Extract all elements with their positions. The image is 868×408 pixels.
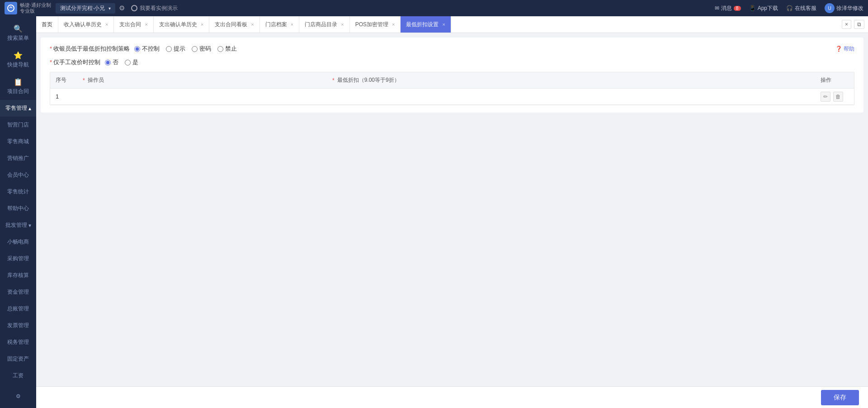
sidebar-item-inventory[interactable]: 库存核算: [0, 267, 36, 284]
online-service-button[interactable]: 🎧 在线客服: [786, 5, 816, 12]
tab-payment-contract[interactable]: 支出合同 ×: [114, 16, 153, 33]
sidebar-item-contract[interactable]: 📋 项目合同: [0, 73, 36, 100]
delete-icon[interactable]: 🗑: [833, 92, 843, 102]
tab-close-pos-passwd[interactable]: ×: [392, 22, 395, 27]
settings-icon[interactable]: ⚙: [119, 4, 125, 12]
option-remind[interactable]: 提示: [166, 45, 185, 53]
col-seq: 序号: [50, 76, 77, 84]
save-button[interactable]: 保存: [821, 390, 859, 405]
manual-option-no[interactable]: 否: [105, 58, 118, 66]
required-star-2: *: [50, 59, 52, 66]
avatar: U: [825, 3, 835, 13]
page-content: *收银员低于最低折扣控制策略 不控制 提示 密码: [36, 33, 868, 386]
top-bar: 畅捷·通好业制 专业版 测试分开完程·小兄 ▾ ⚙ 我要看实例演示 ✉ 消息 8…: [0, 0, 868, 16]
discount-table: 序号 * 操作员 * 最低折扣（9.00等于9折） 操作: [50, 72, 854, 105]
sidebar-item-quick-nav[interactable]: ⭐ 快捷导航: [0, 47, 36, 73]
app-download-button[interactable]: 📱 App下载: [749, 5, 778, 12]
sidebar-item-marketing[interactable]: 营销推广: [0, 150, 36, 167]
sidebar-item-wholesale[interactable]: 批发管理 ▾: [0, 217, 36, 234]
col-operator: * 操作员: [77, 76, 327, 84]
user-profile[interactable]: U 徐泽华修改: [825, 3, 863, 13]
manual-option-yes[interactable]: 是: [125, 58, 138, 66]
edit-icon[interactable]: ✏: [821, 92, 830, 102]
sidebar-item-payroll[interactable]: 工资: [0, 367, 36, 384]
col-discount: * 最低折扣（9.00等于9折）: [327, 76, 815, 84]
sidebar-item-retail-mgmt[interactable]: 零售管理 ▴: [0, 100, 36, 117]
manual-control-label: *仅手工改价时控制: [50, 58, 100, 66]
tab-payment-confirm[interactable]: 支出确认单历史 ×: [154, 16, 209, 33]
main-layout: 🔍 搜索菜单 ⭐ 快捷导航 📋 项目合同 零售管理 ▴ 智营门店 零售商城 营销…: [0, 16, 868, 408]
tab-bar-wrapper: 首页 收入确认单历史 × 支出合同 × 支出确认单历史 × 支出合同看板 ×: [36, 16, 868, 33]
table-row: 1 ✏ 🗑: [50, 89, 854, 105]
tab-restore-button[interactable]: ⧉: [854, 20, 864, 29]
manual-control-options: 否 是: [105, 58, 138, 66]
help-icon: ❓: [835, 46, 842, 52]
chevron-up-icon: ▴: [28, 105, 31, 112]
tab-payment-board[interactable]: 支出合同看板 ×: [209, 16, 259, 33]
tab-close-min-discount[interactable]: ×: [442, 22, 445, 27]
table-header: 序号 * 操作员 * 最低折扣（9.00等于9折） 操作: [50, 72, 854, 89]
bottom-bar: 保存: [36, 386, 868, 408]
svg-point-0: [8, 5, 14, 11]
sidebar: 🔍 搜索菜单 ⭐ 快捷导航 📋 项目合同 零售管理 ▴ 智营门店 零售商城 营销…: [0, 16, 36, 408]
tab-close-store-catalog[interactable]: ×: [341, 22, 344, 27]
tab-close-payment-board[interactable]: ×: [251, 22, 254, 27]
option-password[interactable]: 密码: [192, 45, 211, 53]
message-icon: ✉: [715, 5, 719, 11]
logo-icon: [5, 2, 17, 14]
tab-store-archive[interactable]: 门店档案 ×: [260, 16, 299, 33]
tab-store-catalog[interactable]: 门店商品目录 ×: [299, 16, 349, 33]
chevron-down-icon: ▾: [108, 6, 111, 11]
sidebar-item-fixed-assets[interactable]: 固定资产: [0, 351, 36, 367]
tab-bar-actions: × ⧉: [838, 20, 868, 29]
sidebar-item-smart-shop[interactable]: 智营门店: [0, 117, 36, 133]
sidebar-bottom: ⚙: [14, 384, 23, 408]
sidebar-item-fund[interactable]: 资金管理: [0, 284, 36, 300]
project-selector[interactable]: 测试分开完程·小兄 ▾: [56, 3, 115, 14]
top-bar-right: ✉ 消息 8 📱 App下载 🎧 在线客服 U 徐泽华修改: [715, 3, 863, 13]
sidebar-item-search[interactable]: 🔍 搜索菜单: [0, 20, 36, 47]
message-button[interactable]: ✉ 消息 8: [715, 5, 741, 12]
tab-close-income-confirm[interactable]: ×: [105, 22, 108, 27]
chevron-down-icon: ▾: [28, 222, 31, 229]
help-button[interactable]: ❓ 帮助: [835, 45, 854, 53]
content-area: 首页 收入确认单历史 × 支出合同 × 支出确认单历史 × 支出合同看板 ×: [36, 16, 868, 408]
logo-text: 畅捷·通好业制 专业版: [20, 2, 51, 14]
col-action: 操作: [815, 76, 851, 84]
message-badge: 8: [734, 6, 741, 11]
settings-card: *收银员低于最低折扣控制策略 不控制 提示 密码: [41, 38, 863, 113]
sidebar-item-retail-stats[interactable]: 零售统计: [0, 183, 36, 200]
sidebar-item-ecommerce[interactable]: 小畅电商: [0, 234, 36, 250]
clipboard-icon: 📋: [14, 78, 23, 86]
control-strategy-label: *收银员低于最低折扣控制策略: [50, 45, 130, 53]
tab-close-all-button[interactable]: ×: [842, 20, 851, 29]
tab-min-discount[interactable]: 最低折扣设置 ×: [401, 16, 451, 33]
tab-bar: 首页 收入确认单历史 × 支出合同 × 支出确认单历史 × 支出合同看板 ×: [36, 16, 868, 33]
logo: 畅捷·通好业制 专业版: [5, 2, 51, 14]
tab-close-store-archive[interactable]: ×: [291, 22, 293, 27]
tab-home[interactable]: 首页: [36, 16, 58, 33]
headset-icon: 🎧: [786, 5, 793, 11]
tab-income-confirm[interactable]: 收入确认单历史 ×: [58, 16, 114, 33]
option-forbid[interactable]: 禁止: [217, 45, 237, 53]
sidebar-item-retail-mall[interactable]: 零售商城: [0, 133, 36, 150]
sidebar-settings-button[interactable]: ⚙: [14, 389, 23, 404]
required-star: *: [50, 45, 52, 52]
star-icon: ⭐: [14, 51, 23, 60]
sidebar-item-invoice[interactable]: 发票管理: [0, 317, 36, 334]
sidebar-item-member[interactable]: 会员中心: [0, 167, 36, 183]
manual-control-row: *仅手工改价时控制 否 是: [50, 58, 854, 66]
sidebar-item-purchase[interactable]: 采购管理: [0, 250, 36, 267]
tab-close-payment-contract[interactable]: ×: [145, 22, 147, 27]
demo-link[interactable]: 我要看实例演示: [131, 5, 178, 12]
sidebar-item-tax[interactable]: 税务管理: [0, 334, 36, 351]
tab-close-payment-confirm[interactable]: ×: [201, 22, 203, 27]
sidebar-item-ledger[interactable]: 总账管理: [0, 300, 36, 317]
sidebar-item-help[interactable]: 帮助中心: [0, 200, 36, 217]
cell-action-1: ✏ 🗑: [815, 92, 851, 102]
demo-circle-icon: [131, 5, 137, 11]
control-strategy-options: 不控制 提示 密码 禁止: [134, 45, 237, 53]
tab-pos-passwd[interactable]: POS加密管理 ×: [350, 16, 401, 33]
control-strategy-row: *收银员低于最低折扣控制策略 不控制 提示 密码: [50, 45, 854, 53]
option-no-control[interactable]: 不控制: [134, 45, 160, 53]
